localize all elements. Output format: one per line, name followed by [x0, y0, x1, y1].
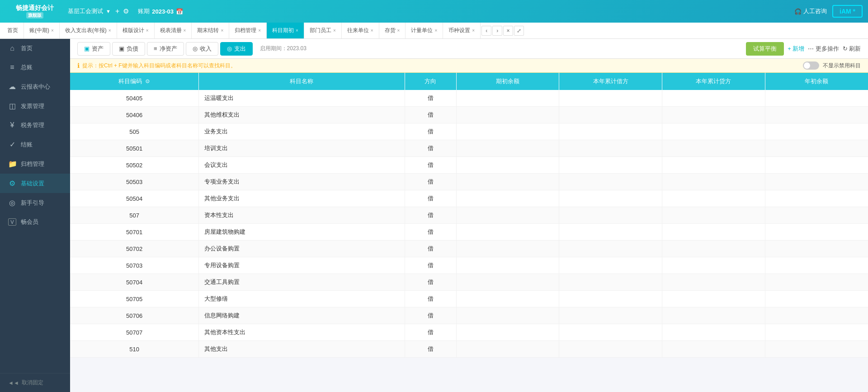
tab-period-end-close[interactable]: ×: [221, 28, 223, 33]
tabs-close-all-icon[interactable]: ×: [503, 26, 513, 36]
cat-tab-liability[interactable]: ▣ 负债: [112, 42, 145, 56]
tab-inventory-close[interactable]: ×: [397, 28, 400, 33]
sidebar-item-ledger[interactable]: ≡ 总账: [0, 58, 70, 77]
tab-unit-close[interactable]: ×: [434, 28, 437, 33]
expenditure-label: 支出: [234, 45, 246, 53]
tab-template-close[interactable]: ×: [146, 28, 149, 33]
tab-home[interactable]: 首页: [2, 23, 24, 39]
tab-period-end[interactable]: 期末结转 ×: [192, 23, 229, 39]
table-row[interactable]: 50503 专项业务支出 借: [70, 174, 868, 190]
invoice-icon: ◫: [8, 102, 16, 110]
add-org-icon[interactable]: +: [115, 7, 119, 15]
tab-tax-close[interactable]: ×: [184, 28, 186, 33]
cat-tab-income[interactable]: ◎ 收入: [186, 42, 218, 56]
table-row[interactable]: 50705 大型修缮 借: [70, 291, 868, 307]
refresh-icon: ↻: [843, 45, 848, 52]
tabs-expand-icon[interactable]: ⤢: [514, 26, 524, 36]
cell-direction: 借: [405, 140, 456, 157]
tab-currency[interactable]: 币种设置 ×: [443, 23, 481, 39]
table-row[interactable]: 50702 办公设备购置 借: [70, 241, 868, 257]
cell-ytd-credit: [662, 190, 765, 207]
income-icon: ◎: [193, 45, 198, 52]
ledger-icon: ≡: [8, 63, 16, 71]
org-selector[interactable]: 基层工会测试 ▼: [68, 7, 111, 15]
add-button[interactable]: + 新增: [788, 45, 804, 53]
tab-subject-init[interactable]: 科目期初 ×: [267, 23, 304, 39]
table-row[interactable]: 50701 房屋建筑物购建 借: [70, 224, 868, 241]
tab-template[interactable]: 模版设计 ×: [117, 23, 155, 39]
sidebar-item-home[interactable]: ⌂ 首页: [0, 39, 70, 58]
iam-button[interactable]: iAM *: [832, 5, 863, 18]
tab-mid-period-close[interactable]: ×: [51, 28, 54, 33]
period-selector[interactable]: 账期 2023-03 📅: [138, 7, 183, 15]
sidebar-item-report[interactable]: ☁ 云报表中心: [0, 77, 70, 96]
tab-income-report-close[interactable]: ×: [108, 28, 111, 33]
cell-opening-balance: [456, 291, 559, 307]
more-button[interactable]: ⋯ 更多操作: [808, 45, 839, 53]
sidebar-report-label: 云报表中心: [21, 83, 50, 91]
sidebar-collapse[interactable]: ◄◄ 取消固定: [0, 373, 70, 392]
cell-direction: 借: [405, 307, 456, 324]
table-row[interactable]: 50706 信息网络购建 借: [70, 307, 868, 324]
refresh-button[interactable]: ↻ 刷新: [843, 45, 861, 53]
tab-dept[interactable]: 部门员工 ×: [304, 23, 342, 39]
cell-code: 50406: [70, 107, 199, 123]
tab-unit[interactable]: 计量单位 ×: [406, 23, 443, 39]
sidebar-item-checkout[interactable]: ✓ 结账: [0, 135, 70, 154]
tabs-prev-icon[interactable]: ‹: [481, 26, 491, 36]
table-row[interactable]: 510 其他支出 借: [70, 341, 868, 358]
cat-tab-net-asset[interactable]: ≡ 净资产: [147, 42, 184, 56]
table-row[interactable]: 50504 其他业务支出 借: [70, 190, 868, 207]
col-header-code: 科目编码 ⚙: [70, 73, 199, 90]
cell-direction: 借: [405, 190, 456, 207]
sidebar-tax-label: 税务管理: [21, 121, 44, 129]
warning-icon: ℹ: [77, 62, 80, 69]
table-row[interactable]: 507 资本性支出 借: [70, 207, 868, 224]
tab-archive-close[interactable]: ×: [258, 28, 261, 33]
tab-currency-close[interactable]: ×: [472, 28, 475, 33]
col-settings-icon[interactable]: ⚙: [145, 78, 150, 85]
sidebar-item-member[interactable]: V 畅会员: [0, 213, 70, 231]
disabled-toggle[interactable]: [803, 61, 819, 70]
calendar-icon[interactable]: 📅: [176, 8, 183, 15]
sidebar-item-guide[interactable]: ◎ 新手引导: [0, 193, 70, 213]
subjects-table: 科目编码 ⚙ 科目名称 方向 期初余额 本年累计借方 本年累计贷方 年初余额 5…: [70, 73, 868, 358]
table-row[interactable]: 505 业务支出 借: [70, 123, 868, 140]
table-header-row: 科目编码 ⚙ 科目名称 方向 期初余额 本年累计借方 本年累计贷方 年初余额: [70, 73, 868, 90]
tab-dept-close[interactable]: ×: [333, 28, 336, 33]
cell-ytd-credit: [662, 307, 765, 324]
sidebar-invoice-label: 发票管理: [21, 102, 44, 110]
top-bar-right: 🎧 人工咨询 iAM *: [794, 5, 863, 18]
org-dropdown-icon[interactable]: ▼: [106, 9, 111, 14]
tab-partner-close[interactable]: ×: [371, 28, 373, 33]
sidebar-item-archive[interactable]: 📁 归档管理: [0, 154, 70, 174]
cell-year-opening: [765, 324, 868, 341]
tab-income-report[interactable]: 收入支出表(年报) ×: [60, 23, 117, 39]
cat-tab-expenditure[interactable]: ◎ 支出: [220, 42, 253, 56]
tab-archive[interactable]: 归档管理 ×: [229, 23, 267, 39]
cell-name: 专项业务支出: [199, 174, 405, 190]
tab-subject-init-close[interactable]: ×: [296, 28, 298, 33]
tab-tax[interactable]: 税表清册 ×: [155, 23, 192, 39]
tabs-next-icon[interactable]: ›: [492, 26, 502, 36]
sidebar-guide-label: 新手引导: [21, 199, 44, 207]
calc-balance-button[interactable]: 试算平衡: [746, 42, 784, 56]
col-header-ytd-debit: 本年累计借方: [559, 73, 662, 90]
table-row[interactable]: 50707 其他资本性支出 借: [70, 324, 868, 341]
sidebar-item-settings[interactable]: ⚙ 基础设置: [0, 174, 70, 193]
settings-icon[interactable]: ⚙: [123, 7, 129, 15]
tab-unit-label: 计量单位: [411, 27, 433, 34]
table-row[interactable]: 50502 会议支出 借: [70, 157, 868, 174]
table-row[interactable]: 50703 专用设备购置 借: [70, 257, 868, 274]
tab-inventory[interactable]: 存货 ×: [379, 23, 406, 39]
table-row[interactable]: 50704 交通工具购置 借: [70, 274, 868, 291]
table-row[interactable]: 50501 培训支出 借: [70, 140, 868, 157]
consult-button[interactable]: 🎧 人工咨询: [794, 7, 827, 15]
tab-mid-period[interactable]: 账(中期) ×: [24, 23, 60, 39]
sidebar-item-tax[interactable]: ¥ 税务管理: [0, 116, 70, 135]
table-row[interactable]: 50406 其他维权支出 借: [70, 107, 868, 123]
tab-partner[interactable]: 往来单位 ×: [342, 23, 379, 39]
sidebar-item-invoice[interactable]: ◫ 发票管理: [0, 96, 70, 116]
table-row[interactable]: 50405 运温暖支出 借: [70, 90, 868, 107]
cat-tab-asset[interactable]: ▣ 资产: [77, 42, 110, 56]
